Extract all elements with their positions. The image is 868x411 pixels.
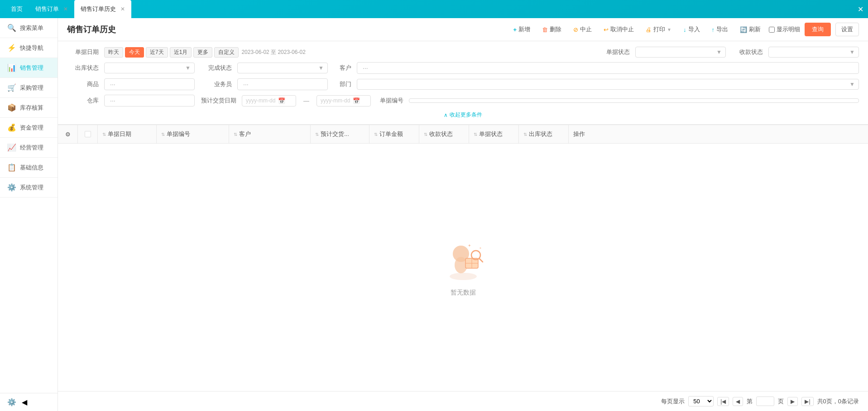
sidebar-collapse-icon[interactable]: ◀: [22, 398, 27, 406]
delete-icon: 🗑: [542, 26, 548, 33]
sidebar-item-quick-nav[interactable]: ⚡ 快捷导航: [0, 38, 58, 58]
export-button[interactable]: ↑ 导出: [708, 24, 732, 35]
print-icon: 🖨: [646, 26, 652, 33]
add-button[interactable]: + 新增: [510, 24, 534, 35]
sort-amount-icon: ⇅: [374, 132, 378, 137]
th-checkbox[interactable]: [78, 125, 98, 143]
goods-input[interactable]: ···: [104, 78, 195, 90]
settings-icon[interactable]: ⚙: [65, 131, 71, 138]
page-input[interactable]: 1: [756, 396, 774, 406]
content-area: 销售订单历史 + 新增 🗑 删除 ⊘ 中止 ↩ 取消中止: [58, 18, 868, 411]
top-bar: 首页 销售订单 ✕ 销售订单历史 ✕ ✕: [0, 0, 868, 18]
sidebar-item-system-mgmt[interactable]: ⚙️ 系统管理: [0, 178, 58, 198]
page-size-select[interactable]: 50 20 100: [688, 396, 714, 406]
salesperson-input[interactable]: ···: [237, 78, 328, 90]
tab-sales-order[interactable]: 销售订单 ✕: [29, 0, 74, 18]
print-button[interactable]: 🖨 打印 ▼: [642, 24, 675, 35]
sidebar-bottom: ⚙️ ◀: [0, 393, 58, 411]
th-out-status[interactable]: ⇅ 出库状态: [519, 125, 569, 143]
sidebar-item-sales-mgmt[interactable]: 📊 销售管理: [0, 58, 58, 78]
sort-date-icon: ⇅: [102, 132, 106, 137]
payment-status-select[interactable]: ▼: [768, 47, 859, 58]
sidebar-item-finance[interactable]: 💰 资金管理: [0, 118, 58, 138]
calendar-end-icon[interactable]: 📅: [353, 97, 360, 104]
toolbar: + 新增 🗑 删除 ⊘ 中止 ↩ 取消中止 🖨 打印: [510, 23, 859, 36]
order-status-select[interactable]: ▼: [635, 47, 726, 58]
tab-home[interactable]: 首页: [5, 0, 29, 18]
salesperson-dots[interactable]: ···: [243, 81, 249, 88]
next-page-button[interactable]: ▶: [787, 397, 798, 406]
page-size-label: 每页显示: [661, 397, 685, 406]
sort-delivery-icon: ⇅: [315, 132, 319, 137]
display-cols-checkbox[interactable]: [769, 27, 775, 33]
sidebar-item-inventory[interactable]: 📦 库存核算: [0, 98, 58, 118]
settings-button[interactable]: 设置: [835, 23, 859, 36]
refresh-button[interactable]: 🔄 刷新: [736, 24, 764, 35]
sidebar-item-search-menu[interactable]: 🔍 搜索菜单: [0, 18, 58, 38]
out-status-chevron: ▼: [185, 65, 191, 71]
date-btn-custom[interactable]: 自定义: [214, 47, 239, 58]
sidebar-settings-icon[interactable]: ⚙️: [7, 398, 16, 406]
collapse-row[interactable]: ∧ 收起更多条件: [67, 111, 859, 119]
tab-sales-order-history-close[interactable]: ✕: [120, 6, 125, 12]
warehouse-label: 仓库: [67, 97, 99, 105]
sidebar-item-purchase-mgmt[interactable]: 🛒 采购管理: [0, 78, 58, 98]
sidebar-item-basic-info[interactable]: 📋 基础信息: [0, 158, 58, 178]
th-customer[interactable]: ⇅ 客户: [229, 125, 311, 143]
prev-page-button[interactable]: ◀: [733, 397, 743, 406]
svg-text:✦: ✦: [468, 243, 471, 248]
warehouse-dots[interactable]: ···: [110, 97, 115, 104]
select-all-checkbox[interactable]: [85, 131, 91, 137]
query-button[interactable]: 查询: [805, 23, 831, 36]
stop-button[interactable]: ⊘ 中止: [570, 24, 595, 35]
delivery-date-start[interactable]: yyyy-mm-dd 📅: [242, 95, 296, 106]
import-button[interactable]: ↓ 导入: [680, 24, 704, 35]
empty-state: ✦ ✦ 暂无数据: [58, 144, 868, 391]
svg-line-7: [479, 258, 483, 262]
customer-input[interactable]: ···: [357, 62, 859, 74]
top-right: ✕: [858, 5, 863, 14]
empty-text: 暂无数据: [451, 289, 476, 297]
th-settings[interactable]: ⚙: [58, 125, 78, 143]
complete-status-select[interactable]: ▼: [237, 63, 328, 73]
th-pay-status[interactable]: ⇅ 收款状态: [419, 125, 469, 143]
cancel-stop-icon: ↩: [604, 26, 609, 33]
date-btn-7days[interactable]: 近7天: [146, 47, 168, 58]
th-amount[interactable]: ⇅ 订单金额: [369, 125, 419, 143]
quick-nav-icon: ⚡: [7, 44, 16, 52]
sort-customer-icon: ⇅: [234, 132, 237, 137]
first-page-button[interactable]: |◀: [717, 397, 729, 406]
cancel-stop-button[interactable]: ↩ 取消中止: [600, 24, 638, 35]
payment-status-label: 收款状态: [739, 48, 763, 55]
doc-no-input[interactable]: [409, 98, 859, 103]
delivery-date-end[interactable]: yyyy-mm-dd 📅: [317, 95, 371, 106]
out-status-select[interactable]: ▼: [104, 63, 195, 73]
warehouse-input[interactable]: ···: [104, 95, 195, 106]
customer-dots[interactable]: ···: [363, 64, 368, 72]
tab-sales-order-close[interactable]: ✕: [63, 6, 68, 12]
goods-dots[interactable]: ···: [110, 81, 115, 88]
date-btn-today[interactable]: 今天: [125, 47, 144, 58]
th-doc-status[interactable]: ⇅ 单据状态: [469, 125, 519, 143]
delivery-date-label: 预计交货日期: [201, 97, 236, 104]
date-btn-more[interactable]: 更多: [193, 47, 212, 58]
sidebar-item-operations[interactable]: 📈 经营管理: [0, 138, 58, 158]
filter-row-status: 出库状态 ▼ 完成状态 ▼ 客户 ···: [67, 62, 859, 74]
delete-button[interactable]: 🗑 删除: [538, 24, 565, 35]
th-date[interactable]: ⇅ 单据日期: [98, 125, 157, 143]
last-page-button[interactable]: ▶|: [801, 397, 813, 406]
filter-area: 单据日期 昨天 今天 近7天 近1月 更多 自定义 2023-06-02 至 2…: [58, 41, 868, 125]
th-no[interactable]: ⇅ 单据编号: [157, 125, 229, 143]
th-delivery[interactable]: ⇅ 预计交货...: [311, 125, 369, 143]
date-btn-1month[interactable]: 近1月: [170, 47, 192, 58]
close-window-icon[interactable]: ✕: [858, 5, 863, 14]
department-select[interactable]: ▼: [357, 79, 859, 90]
sort-doc-icon: ⇅: [474, 132, 477, 137]
goods-label: 商品: [67, 80, 99, 88]
calendar-start-icon[interactable]: 📅: [278, 97, 285, 104]
add-icon: +: [513, 26, 517, 33]
system-mgmt-icon: ⚙️: [7, 183, 16, 192]
tab-sales-order-history[interactable]: 销售订单历史 ✕: [74, 0, 131, 18]
date-btn-yesterday[interactable]: 昨天: [104, 47, 123, 58]
display-cols-toggle[interactable]: 显示明细: [769, 25, 800, 34]
